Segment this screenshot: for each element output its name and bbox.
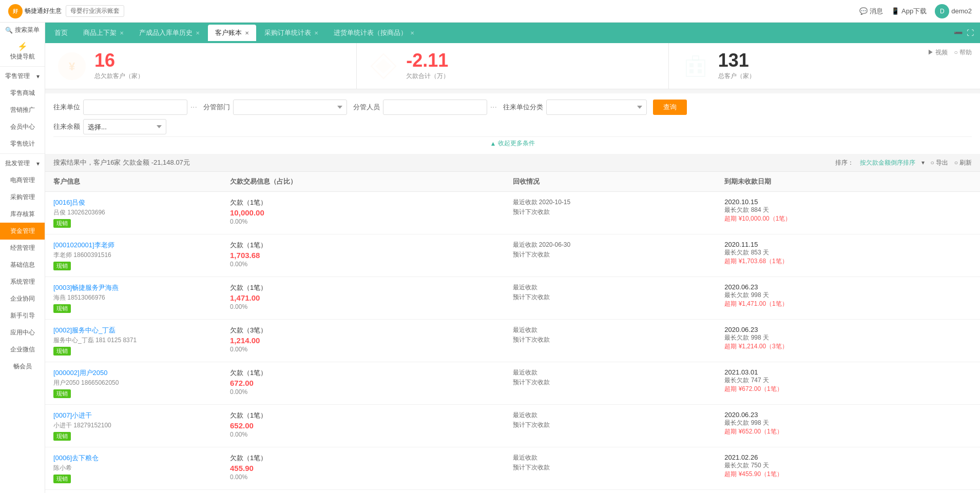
table-row: [000001]黄思源 黄思源 13552700226 现销 欠款（1笔） 42… xyxy=(45,490,980,493)
tab-home[interactable]: 首页 xyxy=(47,25,75,41)
refresh-icon: ○ xyxy=(954,159,958,166)
close-icon[interactable]: ✕ xyxy=(196,30,200,36)
overdue-days: 最长欠款 884 天 xyxy=(724,206,972,214)
tab-product-history[interactable]: 产成品入库单历史 ✕ xyxy=(132,25,207,41)
overdue-badge[interactable]: 超期 ¥455.90（1笔） xyxy=(724,470,972,479)
table-row: [0002]服务中心_丁磊 服务中心_丁磊 181 0125 8371 现销 欠… xyxy=(45,320,980,362)
tab-purchase-stats[interactable]: 采购订单统计表 ✕ xyxy=(257,25,325,41)
close-icon[interactable]: ✕ xyxy=(120,30,124,36)
overdue-badge[interactable]: 超期 ¥672.00（1笔） xyxy=(724,385,972,393)
close-icon[interactable]: ✕ xyxy=(245,30,249,36)
overdue-badge[interactable]: 超期 ¥1,214.00（3笔） xyxy=(724,342,972,351)
refresh-btn[interactable]: ○ 刷新 xyxy=(954,159,972,167)
sidebar-item-marketing[interactable]: 营销推广 xyxy=(0,102,45,119)
sidebar-item-retail-mgmt[interactable]: 零售管理 ▾ xyxy=(0,68,45,85)
sidebar-item-operations[interactable]: 经营管理 xyxy=(0,240,45,257)
result-info: 搜索结果中，客户16家 欠款金额 -21,148.07元 xyxy=(53,158,190,167)
customer-name[interactable]: [0002]服务中心_丁磊 xyxy=(53,326,230,335)
tab-stock-stats[interactable]: 进货单统计表（按商品） ✕ xyxy=(326,25,421,41)
sidebar-item-purchase[interactable]: 采购管理 xyxy=(0,189,45,206)
next-collection: 预计下次收款 xyxy=(513,250,725,259)
sidebar-item-label: 电商管理 xyxy=(10,176,35,185)
maximize-icon[interactable]: ⛶ xyxy=(967,29,974,37)
debt-amount: 652.00 xyxy=(230,421,512,430)
minimize-icon[interactable]: ➖ xyxy=(954,29,963,37)
help-btn[interactable]: ○ 帮助 xyxy=(954,48,972,57)
sidebar-item-member[interactable]: 会员中心 xyxy=(0,119,45,135)
overdue-days: 最长欠款 998 天 xyxy=(724,291,972,300)
stat-label-2: 欠款合计（万） xyxy=(406,72,449,81)
overdue-days: 最长欠款 998 天 xyxy=(724,333,972,342)
overdue-days: 最长欠款 853 天 xyxy=(724,248,972,257)
sidebar-item-label: 系统管理 xyxy=(10,278,35,286)
export-btn[interactable]: ○ 导出 xyxy=(931,159,948,167)
svg-rect-8 xyxy=(698,69,702,73)
due-date-cell: 2021.03.01 最长欠款 747 天 超期 ¥672.00（1笔） xyxy=(724,368,972,393)
search-menu-item[interactable]: 🔍 搜索菜单 xyxy=(0,23,45,37)
more-icon-2[interactable]: ··· xyxy=(490,103,497,112)
filter-select-category[interactable] xyxy=(546,100,647,115)
sidebar-item-retail-mall[interactable]: 零售商城 xyxy=(0,85,45,102)
message-btn[interactable]: 💬 消息 xyxy=(859,7,883,16)
collection-cell: 最近收款 预计下次收款 xyxy=(513,453,725,473)
tab-product-shelf[interactable]: 商品上下架 ✕ xyxy=(76,25,131,41)
more-icon[interactable]: ··· xyxy=(190,103,197,112)
close-icon[interactable]: ✕ xyxy=(410,30,414,36)
svg-rect-5 xyxy=(689,63,694,67)
system-name[interactable]: 母婴行业演示账套 xyxy=(66,5,124,17)
sort-value[interactable]: 按欠款金额倒序排序 xyxy=(860,159,915,167)
customer-sub: 吕俊 13026203696 xyxy=(53,208,230,217)
sidebar-item-inventory[interactable]: 库存核算 xyxy=(0,206,45,223)
customer-tag: 现销 xyxy=(53,262,71,270)
tab-customer-account[interactable]: 客户账本 ✕ xyxy=(208,25,256,41)
sidebar-item-label: 库存核算 xyxy=(10,210,35,219)
sidebar-item-ecommerce[interactable]: 电商管理 xyxy=(0,172,45,189)
video-btn[interactable]: ▶ 视频 xyxy=(928,48,948,57)
stat-info-3: 131 总客户（家） xyxy=(718,51,755,81)
sidebar-item-collab[interactable]: 企业协同 xyxy=(0,290,45,307)
last-collection: 最近收款 2020-06-30 xyxy=(513,241,725,249)
overdue-badge[interactable]: 超期 ¥1,703.68（1笔） xyxy=(724,257,972,266)
customer-name[interactable]: [0001020001]李老师 xyxy=(53,241,230,250)
filter-input-unit[interactable] xyxy=(83,100,187,115)
sidebar-item-basic-info[interactable]: 基础信息 xyxy=(0,257,45,273)
collection-cell: 最近收款 2020-10-15 预计下次收款 xyxy=(513,198,725,218)
stat-card-total-customers: ▶ 视频 ○ 帮助 xyxy=(669,43,980,89)
sidebar-item-member-plus[interactable]: 畅会员 xyxy=(0,358,45,375)
sidebar-item-quick-nav[interactable]: ⚡ 快捷导航 xyxy=(0,37,45,65)
sidebar-item-retail-stats[interactable]: 零售统计 xyxy=(0,135,45,152)
filter-select-dept[interactable] xyxy=(233,100,347,115)
sidebar-item-label: 畅会员 xyxy=(13,362,32,371)
customer-name[interactable]: [0007]小进干 xyxy=(53,411,230,420)
filter-item-balance: 往来余额 选择... xyxy=(53,119,166,134)
sidebar-item-label: 新手引导 xyxy=(10,311,35,320)
sort-dropdown-icon[interactable]: ▾ xyxy=(921,159,925,166)
search-button[interactable]: 查询 xyxy=(653,100,687,115)
customer-sub: 用户2050 18665062050 xyxy=(53,379,230,387)
sidebar-item-app-center[interactable]: 应用中心 xyxy=(0,324,45,341)
overdue-badge[interactable]: 超期 ¥10,000.00（1笔） xyxy=(724,214,972,223)
tab-label: 客户账本 xyxy=(215,28,242,37)
sidebar-item-guide[interactable]: 新手引导 xyxy=(0,307,45,324)
app-download-btn[interactable]: 📱 App下载 xyxy=(891,7,927,16)
sidebar-item-finance[interactable]: 资金管理 xyxy=(0,223,45,240)
sidebar-item-wholesale[interactable]: 批发管理 ▾ xyxy=(0,155,45,172)
customer-name[interactable]: [0016]吕俊 xyxy=(53,198,230,207)
overdue-badge[interactable]: 超期 ¥652.00（1笔） xyxy=(724,427,972,436)
collapse-row[interactable]: ▲ 收起更多条件 xyxy=(53,136,972,150)
filter-input-person[interactable] xyxy=(383,100,487,115)
debt-cell: 欠款（1笔） 10,000.00 0.00% xyxy=(230,198,512,225)
refresh-label: 刷新 xyxy=(959,159,972,167)
overdue-badge[interactable]: 超期 ¥1,471.00（1笔） xyxy=(724,300,972,308)
sidebar-item-label: 零售统计 xyxy=(10,140,35,148)
customer-name[interactable]: [0003]畅捷服务尹海燕 xyxy=(53,283,230,292)
close-icon[interactable]: ✕ xyxy=(314,30,318,36)
sidebar-item-label: 零售管理 xyxy=(5,72,30,81)
debt-amount: 1,471.00 xyxy=(230,293,512,302)
sidebar-item-wechat[interactable]: 企业微信 xyxy=(0,341,45,358)
filter-select-balance[interactable]: 选择... xyxy=(83,119,166,134)
user-menu[interactable]: D demo2 xyxy=(935,4,972,18)
sidebar-item-system[interactable]: 系统管理 xyxy=(0,273,45,290)
customer-name[interactable]: [000002]用户2050 xyxy=(53,368,230,378)
customer-name[interactable]: [0006]去下粮仓 xyxy=(53,453,230,463)
